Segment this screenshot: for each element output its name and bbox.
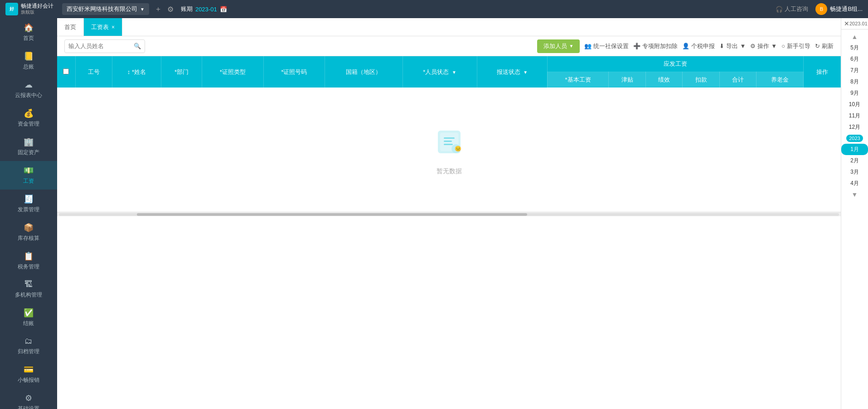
month-6[interactable]: 6月 [841,54,868,65]
operation-arrow-icon: ▼ [771,43,777,49]
month-1[interactable]: 1月 [841,144,868,155]
sidebar-item-salary[interactable]: 💵 工资 [0,161,57,190]
sidebar-item-label: 发票管理 [18,206,39,214]
sidebar-item-label: 基础设置 [18,405,39,409]
th-submit-status[interactable]: 报送状态 ▼ [477,56,547,88]
th-status[interactable]: *人员状态 ▼ [402,56,477,88]
empty-text: 暂无数据 [436,167,462,175]
close-panel-icon[interactable]: ✕ [844,20,849,27]
tab-salary-label: 工资表 [91,23,109,31]
user-info[interactable]: B 畅捷通B组... [815,3,863,15]
calendar-icon[interactable]: 📅 [220,6,227,13]
headset-icon: 🎧 [776,6,783,13]
guide-circle-icon: ○ [781,43,785,49]
th-name[interactable]: ↕ *姓名 [112,56,161,88]
sidebar: 🏠 首页 📒 总账 ☁ 云报表中心 💰 资金管理 🏢 固定资产 💵 工资 🧾 发… [0,18,57,409]
month-9[interactable]: 9月 [841,88,868,99]
refresh-label: 刷新 [822,42,834,50]
table-container: 工号 ↕ *姓名 *部门 *证照类型 *证照号码 国籍（地区） *人员状态 ▼ … [57,56,841,409]
guide-btn[interactable]: ○ 新手引导 [781,42,810,50]
operation-btn[interactable]: ⚙ 操作 ▼ [750,42,777,50]
sidebar-item-assets[interactable]: 🏢 固定资产 [0,132,57,161]
submit-filter-icon: ▼ [523,70,528,75]
sidebar-item-settings[interactable]: ⚙ 基础设置 [0,389,57,409]
tab-home[interactable]: 首页 [57,18,84,36]
month-2[interactable]: 2月 [841,155,868,166]
tax-label: 个税申报 [691,42,715,50]
scrollbar-area[interactable] [57,212,841,216]
sidebar-item-archive[interactable]: 🗂 归档管理 [0,332,57,360]
sidebar-item-inventory[interactable]: 📦 库存核算 [0,218,57,247]
month-5[interactable]: 5月 [841,42,868,54]
svg-text:😐: 😐 [455,145,461,152]
company-selector[interactable]: 西安虾米网络科技有限公司 ▼ [62,3,149,15]
th-employee-no: 工号 [75,56,112,88]
month-12[interactable]: 12月 [841,122,868,133]
dropdown-arrow-icon: ▼ [569,44,573,49]
sidebar-item-multi-org[interactable]: 🏗 多机构管理 [0,275,57,303]
svg-rect-2 [444,137,455,139]
scroll-down-icon[interactable]: ▼ [850,189,860,200]
th-payable-salary: 应发工资 [547,56,804,72]
export-btn[interactable]: ⬇ 导出 ▼ [719,42,746,50]
month-4[interactable]: 4月 [841,178,868,189]
sidebar-item-tax[interactable]: 📋 税务管理 [0,247,57,275]
year-2023-label: 2023 [846,135,863,142]
sidebar-item-close-account[interactable]: ✅ 结账 [0,303,57,332]
sidebar-item-label: 工资 [23,177,34,185]
month-10[interactable]: 10月 [841,99,868,110]
settings-icon[interactable]: ⚙ [167,5,174,14]
empty-state: 😐 暂无数据 [57,88,841,212]
sidebar-item-ledger[interactable]: 📒 总账 [0,47,57,75]
month-list: ▲ 5月 6月 7月 8月 9月 10月 11月 12月 2023 1月 2月 … [841,31,868,409]
tab-close-icon[interactable]: × [112,24,115,30]
sidebar-item-invoice[interactable]: 🧾 发票管理 [0,190,57,218]
th-id-no: *证照号码 [263,56,325,88]
funds-icon: 💰 [24,108,34,118]
ledger-icon: 📒 [24,51,34,61]
tab-salary[interactable]: 工资表 × [84,18,122,36]
right-panel-header: ✕ 2023.01 ⬜ [841,18,868,29]
tab-home-label: 首页 [64,23,76,31]
month-7[interactable]: 7月 [841,65,868,76]
th-base-salary: *基本工资 [547,72,608,88]
status-filter-icon: ▼ [452,70,456,75]
special-deduction-btn[interactable]: ➕ 专项附加扣除 [633,42,678,50]
service-button[interactable]: 🎧 人工咨询 [776,5,808,13]
th-deduction: 扣款 [683,72,720,88]
operation-label: 操作 [757,42,769,50]
month-8[interactable]: 8月 [841,76,868,88]
month-3[interactable]: 3月 [841,166,868,178]
social-security-btn[interactable]: 👥 统一社保设置 [584,42,629,50]
header-actions: ＋ ⚙ [155,5,174,14]
month-11[interactable]: 11月 [841,110,868,122]
sidebar-item-expense[interactable]: 💳 小畅报销 [0,360,57,389]
add-person-button[interactable]: 添加人员 ▼ [537,39,580,53]
scrollbar-track[interactable] [59,213,839,216]
content-area: 首页 工资表 × 🔍 添加人员 ▼ 👥 统一社保设置 [57,18,841,409]
sidebar-item-home[interactable]: 🏠 首页 [0,18,57,47]
add-icon[interactable]: ＋ [155,5,162,14]
refresh-btn[interactable]: ↻ 刷新 [815,42,834,50]
logo-text: 畅捷通好会计 [21,3,53,9]
th-allowance: 津贴 [609,72,646,88]
user-name: 畅捷通B组... [830,5,863,13]
logo-sub: 旗舰版 [21,9,53,15]
service-label: 人工咨询 [785,5,808,13]
search-input[interactable] [68,43,132,49]
expense-icon: 💳 [24,365,34,375]
sidebar-item-label: 固定资产 [18,149,39,156]
period-value: 2023-01 [195,6,217,13]
main-layout: 🏠 首页 📒 总账 ☁ 云报表中心 💰 资金管理 🏢 固定资产 💵 工资 🧾 发… [0,18,868,409]
personal-tax-btn[interactable]: 👤 个税申报 [682,42,715,50]
company-name: 西安虾米网络科技有限公司 [67,5,137,13]
sidebar-item-funds[interactable]: 💰 资金管理 [0,104,57,132]
add-person-label: 添加人员 [543,42,567,50]
svg-rect-4 [444,144,453,145]
select-all-th[interactable] [57,56,75,88]
sidebar-item-reports[interactable]: ☁ 云报表中心 [0,75,57,104]
period-area: 账期 2023-01 📅 [181,5,227,13]
scroll-up-icon[interactable]: ▲ [850,31,860,42]
select-all-checkbox[interactable] [63,68,69,74]
chevron-down-icon: ▼ [140,7,145,12]
